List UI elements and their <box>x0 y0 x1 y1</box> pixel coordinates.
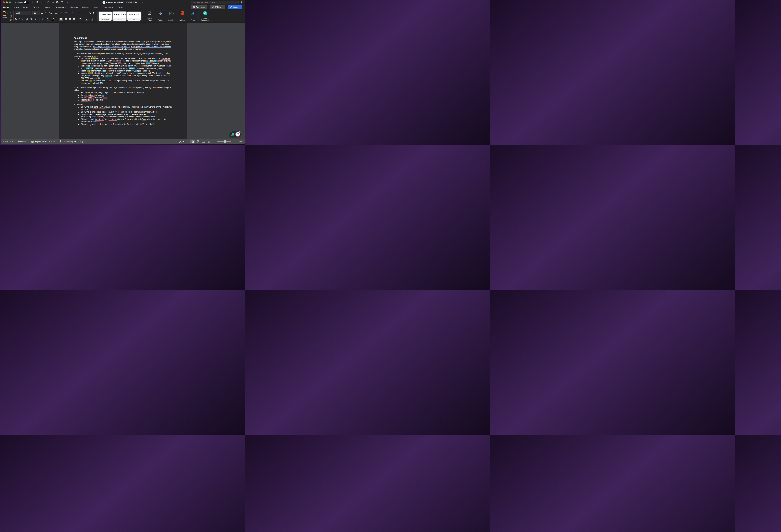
show-paragraph-marks-button[interactable]: ¶ <box>93 12 94 14</box>
zoom-level[interactable]: 124% <box>236 140 242 143</box>
search-input[interactable]: Search (Cmd + Ctrl + U) <box>191 1 239 4</box>
focus-button[interactable]: Focus <box>179 140 188 143</box>
align-right-button[interactable] <box>69 18 71 20</box>
grammarly-drag-handle-icon[interactable] <box>231 135 233 136</box>
more-commands-icon[interactable]: ⋯ <box>66 1 68 4</box>
format-painter-icon[interactable] <box>9 19 12 21</box>
accessibility-status[interactable]: Accessibility: Good to go <box>59 140 84 143</box>
share-button[interactable]: Share <box>228 5 242 9</box>
save-as-icon[interactable] <box>61 1 63 3</box>
tab-mailings[interactable]: Mailings <box>70 4 78 10</box>
doc-text-marked: Project.zipCode <box>98 91 112 94</box>
tab-insert[interactable]: Insert <box>13 4 19 10</box>
paste-button[interactable]: Paste <box>2 11 8 18</box>
tab-draw[interactable]: Draw <box>23 4 28 10</box>
line-spacing-button[interactable] <box>78 18 82 20</box>
draft-view-button[interactable] <box>207 140 211 144</box>
highlight-color-button[interactable] <box>47 18 50 20</box>
presence-icon[interactable] <box>240 1 243 4</box>
document-title[interactable]: Assignment01-IDS 200-Fall 2024 (2) <box>103 1 143 4</box>
tab-references[interactable]: References <box>55 4 66 10</box>
doc-bullet-list: Show the firstName, lastName, and phone … <box>74 106 172 126</box>
redo-icon[interactable] <box>47 1 49 3</box>
align-left-button[interactable] <box>59 18 63 21</box>
page-indicator[interactable]: Page 2 of 2 <box>3 140 13 143</box>
text-effects-button[interactable]: A <box>42 18 44 20</box>
justify-button[interactable] <box>73 18 75 20</box>
comments-button[interactable]: Comments <box>191 5 207 9</box>
doc-text-marked: email <box>88 72 93 74</box>
shrink-font-button[interactable]: Aˇ <box>45 12 47 14</box>
borders-button[interactable] <box>91 18 94 20</box>
style-card-title[interactable]: AaBbCcDcTitle <box>127 11 140 20</box>
change-case-button[interactable]: Aa <box>49 12 53 14</box>
zoom-in-button[interactable]: + <box>233 140 234 143</box>
styles-gallery-more-icon[interactable]: › <box>143 14 144 18</box>
minimize-button[interactable] <box>6 1 8 3</box>
undo-icon[interactable] <box>41 1 44 3</box>
underline-button[interactable]: U <box>22 18 24 20</box>
print-icon[interactable] <box>51 1 54 3</box>
tab-rcm[interactable]: RCM <box>118 4 123 10</box>
styles-pane-label: Styles Pane <box>147 17 153 21</box>
bold-button[interactable]: B <box>15 18 16 20</box>
close-button[interactable] <box>3 1 5 3</box>
dictate-button[interactable]: Dictate <box>157 11 164 21</box>
open-grammarly-button[interactable]: G Open Grammarly <box>200 11 210 21</box>
increase-indent-button[interactable] <box>82 12 85 14</box>
align-center-button[interactable] <box>65 18 67 20</box>
tab-review[interactable]: Review <box>82 4 89 10</box>
font-name-select[interactable]: Arial <box>15 11 31 15</box>
numbered-list-button[interactable]: 123 <box>65 12 69 14</box>
tab-home[interactable]: Home <box>3 4 9 10</box>
outline-view-button[interactable] <box>201 140 206 144</box>
addins-button[interactable]: Add-ins <box>178 11 187 21</box>
zoom-window-button[interactable] <box>9 1 11 3</box>
print-layout-view-button[interactable] <box>190 140 195 144</box>
grammarly-widget[interactable]: 28 <box>230 131 241 137</box>
doc-bullet-item: Employee: email (short text, maximum len… <box>81 57 172 64</box>
tab-view[interactable]: View <box>94 4 98 10</box>
font-size-select[interactable]: 10 <box>32 11 40 15</box>
strikethrough-button[interactable]: ab <box>26 18 29 20</box>
home-icon[interactable] <box>32 1 34 3</box>
zoom-out-button[interactable]: − <box>214 140 215 143</box>
sort-button[interactable]: AZ <box>89 12 91 14</box>
tab-design[interactable]: Design <box>33 4 39 10</box>
zoom-slider[interactable] <box>217 141 231 142</box>
style-card-heading-1[interactable]: AaBbCcDcHeading 1 <box>98 11 112 20</box>
comment-icon <box>193 6 195 8</box>
editing-mode-button[interactable]: Editing <box>210 5 225 9</box>
subscript-button[interactable]: X2 <box>31 18 33 20</box>
document-page[interactable]: AssignmentYour organization needs a data… <box>58 23 187 139</box>
language-indicator[interactable]: English (United States) <box>31 140 55 143</box>
shading-button[interactable] <box>85 18 89 20</box>
web-layout-view-button[interactable] <box>196 140 201 144</box>
grow-font-button[interactable]: Aˆ <box>41 12 44 14</box>
doc-text-marked: project <box>135 70 141 72</box>
superscript-button[interactable]: X2 <box>35 18 38 20</box>
bullet-list-button[interactable] <box>60 12 64 14</box>
italic-button[interactable]: I <box>18 18 19 20</box>
styles-pane-button[interactable]: Styles Pane <box>146 11 154 21</box>
decrease-indent-button[interactable] <box>78 12 81 14</box>
editor-button[interactable]: Editor <box>189 11 197 21</box>
copy-icon[interactable] <box>9 15 12 18</box>
doc-paragraph: 3) Queries: <box>74 103 172 106</box>
clear-formatting-button[interactable]: A <box>55 12 57 14</box>
style-label: Heading 1 <box>98 18 112 20</box>
multilevel-list-button[interactable]: 1ai <box>71 12 75 14</box>
font-color-button[interactable]: A <box>52 18 55 20</box>
tab-layout[interactable]: Layout <box>44 4 50 10</box>
word-count[interactable]: 584 words <box>18 140 27 143</box>
zoom-slider-thumb[interactable] <box>224 140 226 143</box>
tab-grammarly[interactable]: Grammarly <box>103 4 113 10</box>
cut-icon[interactable] <box>9 11 12 14</box>
doc-text-marked: team <box>146 62 151 64</box>
mail-icon[interactable] <box>56 1 58 3</box>
autosave-toggle[interactable] <box>24 1 29 4</box>
save-icon[interactable] <box>36 1 39 3</box>
style-card-normal[interactable]: AaBbCcDdENormal <box>113 11 126 20</box>
doc-text-marked: lastName <box>124 57 133 59</box>
sensitivity-button[interactable]: Sensitivity <box>167 11 175 21</box>
